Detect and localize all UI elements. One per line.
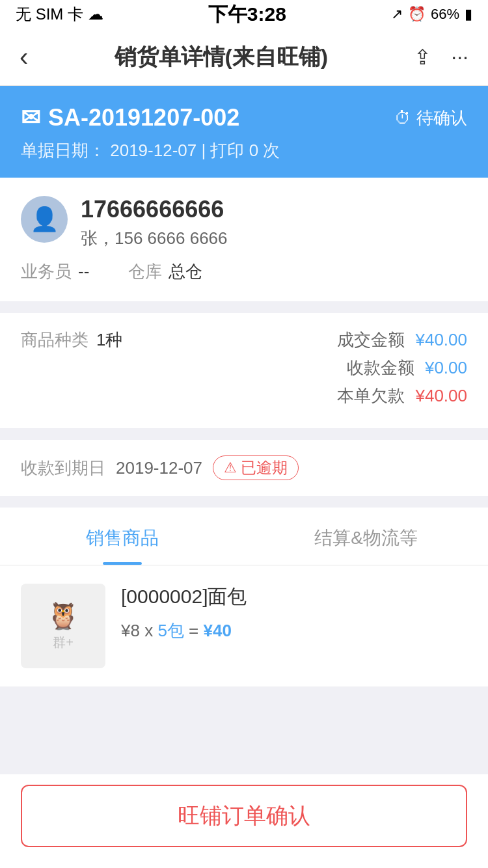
- more-icon[interactable]: ···: [451, 45, 468, 69]
- owed-value: ¥40.00: [415, 386, 467, 406]
- deal-amount-row: 成交金额 ¥40.00: [337, 329, 467, 351]
- product-name: [0000002]面包: [121, 584, 467, 610]
- product-total: ¥40: [204, 621, 232, 640]
- print-info: | 打印 0 次: [201, 141, 280, 160]
- customer-phone: 17666666666: [81, 196, 467, 223]
- alarm-icon: ⏰: [408, 6, 426, 23]
- received-amount-row: 收款金额 ¥0.00: [337, 357, 467, 379]
- customer-info: 17666666666 张，156 6666 6666: [81, 196, 467, 250]
- battery-icon: ▮: [465, 6, 472, 23]
- status-label: 待确认: [416, 107, 467, 129]
- due-date-value: 2019-12-07: [116, 458, 202, 478]
- deal-amount-label: 成交金额: [337, 329, 405, 351]
- status-time: 下午3:28: [208, 1, 286, 28]
- sales-meta: 业务员 --: [21, 260, 89, 283]
- due-label: 收款到期日: [21, 457, 105, 480]
- avatar: 👤: [21, 196, 68, 243]
- order-date: 单据日期： 2019-12-07 | 打印 0 次: [21, 139, 467, 162]
- nav-actions: ⇪ ···: [414, 45, 468, 70]
- product-thumbnail: 🦉 群+: [21, 584, 105, 668]
- battery-level: 66%: [431, 6, 459, 23]
- avatar-icon: 👤: [30, 206, 59, 233]
- overdue-icon: ⚠: [224, 459, 237, 476]
- owed-label: 本单欠款: [337, 385, 405, 407]
- product-price: ¥8: [121, 621, 140, 640]
- overdue-badge: ⚠ 已逾期: [213, 455, 299, 480]
- product-price-row: ¥8 x 5包 = ¥40: [121, 619, 467, 642]
- warehouse-meta: 仓库 总仓: [128, 260, 202, 283]
- amounts-right: 成交金额 ¥40.00 收款金额 ¥0.00 本单欠款 ¥40.00: [337, 329, 467, 413]
- product-types-label: 商品种类: [21, 329, 88, 351]
- sim-status: 无 SIM 卡 ☁: [16, 4, 103, 25]
- location-icon: ↗: [391, 6, 403, 23]
- product-thumb-label: 群+: [47, 634, 79, 651]
- overdue-label: 已逾期: [241, 457, 288, 478]
- deal-amount-value: ¥40.00: [415, 330, 467, 350]
- price-multiplier: x: [144, 621, 153, 640]
- product-details: [0000002]面包 ¥8 x 5包 = ¥40: [121, 584, 467, 642]
- received-label: 收款金额: [347, 357, 414, 379]
- warehouse-label: 仓库: [128, 260, 162, 283]
- status-bar: 无 SIM 卡 ☁ 下午3:28 ↗ ⏰ 66% ▮: [0, 0, 488, 29]
- tab-settlement[interactable]: 结算&物流等: [244, 508, 488, 565]
- page-title: 销货单详情(来自旺铺): [115, 42, 329, 72]
- product-item: 🦉 群+ [0000002]面包 ¥8 x 5包 = ¥40: [0, 565, 488, 686]
- customer-section: 👤 17666666666 张，156 6666 6666 业务员 -- 仓库 …: [0, 178, 488, 301]
- order-id-value: SA-20191207-002: [48, 104, 239, 131]
- back-button[interactable]: ‹: [20, 42, 28, 72]
- status-right: ↗ ⏰ 66% ▮: [391, 6, 472, 23]
- order-icon: ✉: [21, 104, 40, 131]
- tabs-section: 销售商品 结算&物流等 🦉 群+ [0000002]面包 ¥8 x 5包 = ¥…: [0, 508, 488, 686]
- nav-bar: ‹ 销货单详情(来自旺铺) ⇪ ···: [0, 29, 488, 86]
- date-label: 单据日期：: [21, 141, 105, 160]
- confirm-button[interactable]: 旺铺订单确认: [21, 785, 467, 847]
- warehouse-value: 总仓: [169, 260, 202, 283]
- date-value: 2019-12-07: [110, 141, 197, 160]
- order-summary: 商品种类 1种 成交金额 ¥40.00 收款金额 ¥0.00 本单欠款 ¥40.…: [0, 313, 488, 428]
- due-date-section: 收款到期日 2019-12-07 ⚠ 已逾期: [0, 440, 488, 496]
- tab-sales-products[interactable]: 销售商品: [0, 508, 244, 565]
- status-left: 无 SIM 卡 ☁: [16, 4, 103, 25]
- sales-label: 业务员: [21, 260, 72, 283]
- sales-value: --: [78, 262, 89, 282]
- customer-meta: 业务员 -- 仓库 总仓: [21, 260, 467, 283]
- share-icon[interactable]: ⇪: [414, 45, 431, 70]
- product-thumb-icon: 🦉: [47, 601, 79, 631]
- received-value: ¥0.00: [425, 358, 467, 378]
- price-equals: =: [189, 621, 198, 640]
- order-status: ⏱ 待确认: [394, 107, 467, 129]
- product-types: 商品种类 1种: [21, 329, 122, 351]
- product-types-value: 1种: [96, 329, 122, 351]
- owed-amount-row: 本单欠款 ¥40.00: [337, 385, 467, 407]
- bottom-bar: 旺铺订单确认: [0, 774, 488, 868]
- clock-icon: ⏱: [394, 108, 411, 128]
- order-id: ✉ SA-20191207-002: [21, 104, 239, 131]
- tabs-row: 销售商品 结算&物流等: [0, 508, 488, 565]
- order-header: ✉ SA-20191207-002 ⏱ 待确认 单据日期： 2019-12-07…: [0, 86, 488, 178]
- product-quantity: 5包: [157, 621, 183, 640]
- customer-name: 张，156 6666 6666: [81, 227, 467, 250]
